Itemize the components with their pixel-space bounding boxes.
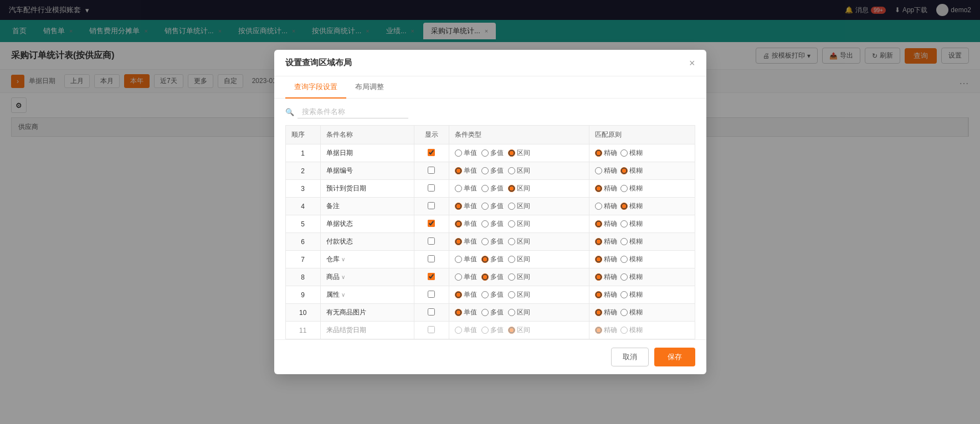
type-radio-item[interactable]: 区间	[508, 148, 530, 158]
type-radio[interactable]	[455, 220, 462, 227]
type-radio[interactable]	[508, 220, 515, 227]
match-radio-item[interactable]: 模糊	[620, 325, 643, 335]
match-radio-item[interactable]: 模糊	[620, 148, 643, 158]
type-radio[interactable]	[455, 327, 462, 334]
match-radio-item[interactable]: 精确	[595, 184, 617, 193]
cancel-button[interactable]: 取消	[611, 348, 649, 366]
type-radio-item[interactable]: 区间	[508, 184, 530, 193]
match-radio[interactable]	[595, 203, 602, 210]
show-cell[interactable]	[414, 286, 449, 304]
match-radio-item[interactable]: 精确	[595, 201, 617, 211]
match-radio[interactable]	[620, 185, 628, 192]
match-radio-item[interactable]: 模糊	[620, 201, 643, 211]
type-radio[interactable]	[481, 238, 489, 245]
type-radio[interactable]	[481, 220, 489, 227]
match-radio-item[interactable]: 模糊	[620, 308, 643, 317]
show-cell[interactable]	[414, 251, 449, 268]
match-radio[interactable]	[595, 256, 602, 263]
show-cell[interactable]	[414, 144, 449, 162]
match-radio[interactable]	[595, 291, 602, 298]
type-radio-item[interactable]: 区间	[508, 166, 530, 175]
show-cell[interactable]	[414, 322, 449, 339]
match-radio-item[interactable]: 模糊	[620, 255, 643, 264]
match-radio[interactable]	[620, 309, 628, 316]
type-radio[interactable]	[455, 273, 462, 281]
type-radio-item[interactable]: 多值	[481, 184, 504, 193]
match-radio[interactable]	[595, 149, 602, 157]
type-radio-item[interactable]: 单值	[455, 201, 477, 211]
type-radio-item[interactable]: 多值	[481, 308, 504, 317]
type-radio-item[interactable]: 多值	[481, 255, 504, 264]
show-checkbox[interactable]	[428, 220, 435, 227]
type-radio[interactable]	[481, 309, 489, 316]
type-radio[interactable]	[508, 149, 515, 157]
match-radio-item[interactable]: 精确	[595, 325, 617, 335]
match-radio[interactable]	[620, 149, 628, 157]
match-radio-item[interactable]: 模糊	[620, 184, 643, 193]
show-cell[interactable]	[414, 233, 449, 251]
type-radio-item[interactable]: 单值	[455, 255, 477, 264]
show-cell[interactable]	[414, 198, 449, 215]
match-radio[interactable]	[595, 309, 602, 316]
dialog-close-button[interactable]: ×	[689, 58, 695, 68]
type-radio-item[interactable]: 多值	[481, 237, 504, 246]
show-checkbox[interactable]	[428, 291, 435, 298]
match-radio[interactable]	[620, 256, 628, 263]
type-radio-item[interactable]: 区间	[508, 201, 530, 211]
show-cell[interactable]	[414, 215, 449, 233]
match-radio-item[interactable]: 模糊	[620, 237, 643, 246]
match-radio[interactable]	[620, 220, 628, 227]
type-radio[interactable]	[508, 327, 515, 334]
type-radio-item[interactable]: 单值	[455, 325, 477, 335]
type-radio-item[interactable]: 多值	[481, 325, 504, 335]
type-radio[interactable]	[481, 273, 489, 281]
match-radio[interactable]	[620, 327, 628, 334]
match-radio[interactable]	[595, 327, 602, 334]
show-cell[interactable]	[414, 180, 449, 198]
match-radio[interactable]	[595, 185, 602, 192]
show-cell[interactable]	[414, 162, 449, 180]
type-radio[interactable]	[481, 327, 489, 334]
match-radio-item[interactable]: 精确	[595, 308, 617, 317]
show-checkbox[interactable]	[428, 308, 435, 316]
show-checkbox[interactable]	[428, 184, 435, 192]
type-radio[interactable]	[481, 256, 489, 263]
type-radio[interactable]	[508, 167, 515, 174]
match-radio-item[interactable]: 模糊	[620, 219, 643, 229]
type-radio-item[interactable]: 单值	[455, 290, 477, 299]
show-checkbox[interactable]	[428, 255, 435, 262]
match-radio-item[interactable]: 精确	[595, 272, 617, 282]
tab-layout-adjust[interactable]: 布局调整	[346, 76, 393, 99]
match-radio-item[interactable]: 精确	[595, 166, 617, 175]
show-checkbox[interactable]	[428, 237, 435, 245]
show-checkbox[interactable]	[428, 326, 435, 333]
type-radio[interactable]	[508, 309, 515, 316]
type-radio[interactable]	[508, 273, 515, 281]
match-radio-item[interactable]: 模糊	[620, 290, 643, 299]
type-radio-item[interactable]: 单值	[455, 219, 477, 229]
type-radio[interactable]	[455, 309, 462, 316]
type-radio-item[interactable]: 单值	[455, 308, 477, 317]
type-radio[interactable]	[455, 167, 462, 174]
show-checkbox[interactable]	[428, 202, 435, 209]
match-radio[interactable]	[620, 167, 628, 174]
type-radio-item[interactable]: 区间	[508, 308, 530, 317]
show-cell[interactable]	[414, 268, 449, 286]
type-radio-item[interactable]: 单值	[455, 148, 477, 158]
tab-query-fields[interactable]: 查询字段设置	[285, 76, 346, 99]
type-radio[interactable]	[481, 167, 489, 174]
type-radio-item[interactable]: 单值	[455, 272, 477, 282]
type-radio[interactable]	[508, 238, 515, 245]
match-radio[interactable]	[595, 220, 602, 227]
match-radio[interactable]	[595, 273, 602, 281]
match-radio-item[interactable]: 模糊	[620, 272, 643, 282]
type-radio-item[interactable]: 多值	[481, 219, 504, 229]
type-radio-item[interactable]: 区间	[508, 255, 530, 264]
type-radio-item[interactable]: 单值	[455, 184, 477, 193]
match-radio-item[interactable]: 精确	[595, 290, 617, 299]
type-radio[interactable]	[508, 256, 515, 263]
type-radio[interactable]	[508, 291, 515, 298]
match-radio[interactable]	[620, 238, 628, 245]
type-radio[interactable]	[455, 238, 462, 245]
match-radio-item[interactable]: 模糊	[620, 166, 643, 175]
